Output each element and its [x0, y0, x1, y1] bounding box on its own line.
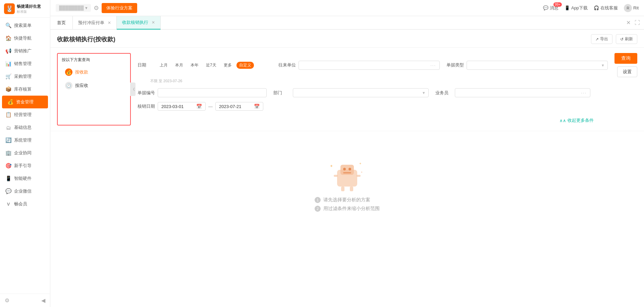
sidebar: 🐰 畅捷通好生意 标准版 🔍 搜索菜单 🏠 快捷导航 📢 营销推广 📊 销售管理…: [0, 0, 50, 307]
verify-date-end-input[interactable]: [219, 104, 253, 109]
wechat-icon: 💬: [5, 188, 11, 194]
setting-button[interactable]: 设置: [617, 66, 637, 77]
sidebar-item-label: 快捷导航: [14, 35, 32, 41]
sidebar-item-wechat[interactable]: 💬 企业微信: [0, 185, 50, 198]
staff-select[interactable]: ···: [455, 88, 590, 97]
user-selector[interactable]: ████████ ▾: [56, 4, 91, 12]
tab-collection-close[interactable]: ✕: [152, 20, 155, 25]
refresh-label: 刷新: [625, 36, 633, 42]
sidebar-item-basic[interactable]: 🗂 基础信息: [0, 121, 50, 134]
export-label: 导出: [600, 36, 608, 42]
tab-collection-label: 收款核销执行: [122, 19, 148, 25]
sidebar-item-business[interactable]: 📋 经营管理: [0, 108, 50, 121]
close-all-tabs-button[interactable]: ✕: [625, 18, 632, 27]
verify-date-start-input[interactable]: [161, 104, 195, 109]
sidebar-item-label: 畅会员: [14, 201, 27, 207]
tab-prepay-close[interactable]: ✕: [108, 20, 111, 25]
collapse-filter-btn[interactable]: 《: [130, 83, 136, 96]
date-field: 日期 上月 本月 本年 近7天 更多 自定义: [138, 61, 272, 69]
gear-btn[interactable]: ⚙: [94, 4, 99, 12]
tip-num-2: 2: [315, 206, 321, 212]
online-service-button[interactable]: 🎧 在线客服: [594, 5, 618, 11]
settings-icon[interactable]: ⚙: [5, 297, 9, 304]
refresh-button[interactable]: ↺ 刷新: [616, 34, 637, 44]
date-options-group: 上月 本月 本年 近7天 更多 自定义: [157, 61, 254, 69]
sidebar-item-guide[interactable]: 🎯 新手引导: [0, 159, 50, 172]
empty-tips: 1 请先选择要分析的方案 2 用过滤条件来缩小分析范围: [315, 197, 380, 212]
sidebar-item-inventory[interactable]: 📦 库存核算: [0, 83, 50, 96]
svg-text:✦: ✦: [330, 164, 333, 168]
sidebar-item-quick[interactable]: 🏠 快捷导航: [0, 32, 50, 45]
sidebar-item-search[interactable]: 🔍 搜索菜单: [0, 19, 50, 32]
staff-field: 业务员 ···: [435, 88, 590, 97]
date-last-month-btn[interactable]: 上月: [157, 61, 170, 69]
folder-icon: 🗂: [5, 125, 11, 131]
dept-select[interactable]: ▾: [293, 88, 428, 97]
collapse-sidebar-icon[interactable]: ◀: [41, 297, 45, 304]
tabbar-actions: ✕ ⛶: [625, 18, 644, 27]
query-button[interactable]: 查询: [614, 53, 637, 64]
doc-type-dropdown-icon: ▾: [602, 63, 604, 68]
sidebar-item-label: 库存核算: [14, 86, 32, 92]
sidebar-item-label: 采购管理: [14, 73, 32, 80]
date-custom-btn[interactable]: 自定义: [236, 62, 254, 69]
sidebar-item-label: 搜索菜单: [14, 22, 32, 29]
online-service-label: 在线客服: [600, 5, 618, 11]
date-7days-btn[interactable]: 近7天: [203, 61, 219, 69]
filter-panel-title: 按以下方案查询: [62, 57, 126, 63]
calendar-start-icon[interactable]: 📅: [196, 104, 202, 109]
chat-icon: 💬: [543, 5, 548, 10]
tab-prepay[interactable]: 预付冲应付单 ✕: [73, 16, 117, 30]
export-button[interactable]: ↗ 导出: [591, 34, 612, 44]
page-container: 收款核销执行(按收款) ↗ 导出 ↺ 刷新 按以下方案查询: [50, 30, 644, 307]
collapse-more-button[interactable]: ∧∧ 收起更多条件: [559, 115, 594, 125]
logo-subtitle: 标准版: [17, 9, 41, 14]
sidebar-item-label: 智能硬件: [14, 175, 32, 182]
avatar: R: [624, 4, 632, 12]
solution-button[interactable]: 体验行业方案: [102, 3, 137, 13]
filter-form: 日期 上月 本月 本年 近7天 更多 自定义: [138, 53, 637, 125]
calendar-end-icon[interactable]: 📅: [254, 104, 260, 109]
partner-select[interactable]: ···: [299, 61, 440, 70]
partner-dots-btn[interactable]: ···: [430, 63, 436, 68]
receivable-icon: 🕐: [65, 82, 72, 89]
app-download-button[interactable]: 📱 App下载: [565, 5, 588, 11]
filter-option-by-receivable[interactable]: 🕐 按应收: [62, 80, 126, 92]
staff-dots-btn[interactable]: ···: [581, 90, 587, 95]
sidebar-item-label: 营销推广: [14, 48, 32, 54]
sidebar-item-sales[interactable]: 📊 销售管理: [0, 57, 50, 70]
date-hint-text: 不限 至 2023-07-26: [150, 79, 182, 83]
dept-field: 部门 ▾: [273, 88, 428, 97]
message-button[interactable]: 💬 消息 99+: [543, 5, 558, 11]
fullscreen-button[interactable]: ⛶: [633, 18, 641, 27]
filter-area: 按以下方案查询 💰 按收款 🕐 按应收 《: [50, 48, 644, 131]
doc-no-input[interactable]: [158, 88, 267, 97]
date-this-year-btn[interactable]: 本年: [188, 61, 201, 69]
empty-tip-1: 1 请先选择要分析的方案: [315, 197, 380, 203]
sidebar-item-system[interactable]: 🔄 系统管理: [0, 134, 50, 147]
page-header-actions: ↗ 导出 ↺ 刷新: [591, 34, 637, 44]
phone-icon: 📱: [565, 5, 570, 10]
svg-point-3: [348, 168, 351, 170]
tab-home[interactable]: 首页: [50, 16, 73, 30]
sidebar-item-member[interactable]: V 畅会员: [0, 198, 50, 210]
chart-icon: 📊: [5, 61, 11, 67]
sidebar-item-marketing[interactable]: 📢 营销推广: [0, 45, 50, 57]
date-more-btn[interactable]: 更多: [221, 61, 234, 69]
sidebar-item-corp[interactable]: 🏢 企业协同: [0, 147, 50, 159]
sidebar-item-purchase[interactable]: 🛒 采购管理: [0, 70, 50, 83]
sidebar-footer: ⚙ ◀: [0, 294, 50, 307]
user-avatar-button[interactable]: R Rit: [624, 4, 639, 12]
date-this-month-btn[interactable]: 本月: [172, 61, 186, 69]
sidebar-item-finance[interactable]: 💰 资金管理: [2, 96, 48, 108]
filter-option-receivable-label: 按应收: [75, 83, 88, 89]
empty-svg: ✦ ✦ ✦: [327, 158, 367, 192]
doc-type-select[interactable]: ▾: [467, 61, 608, 70]
date-label: 日期: [138, 62, 154, 68]
tab-collection[interactable]: 收款核销执行 ✕: [117, 16, 161, 30]
sidebar-item-label: 销售管理: [14, 61, 32, 67]
collapse-row: ∧∧ 收起更多条件: [138, 115, 637, 125]
partner-label: 往来单位: [278, 62, 296, 68]
sidebar-item-hardware[interactable]: 📱 智能硬件: [0, 172, 50, 185]
filter-option-by-receipt[interactable]: 💰 按收款: [62, 66, 126, 78]
